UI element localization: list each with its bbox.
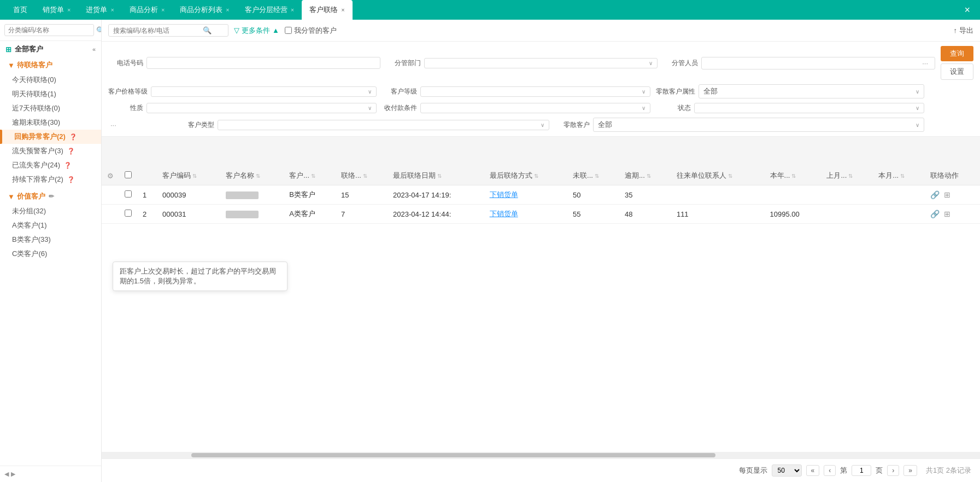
value-customer-group[interactable]: ▼ 价值客户 ✏ (0, 189, 101, 204)
code-sort-icon[interactable]: ⇅ (192, 173, 197, 179)
price-grade-select[interactable]: ∨ (151, 86, 377, 97)
top-navigation: 首页 销货单 × 进货单 × 商品分析 × 商品分析列表 × 客户分层经营 × … (0, 0, 980, 20)
th-settings[interactable]: ⚙ (102, 166, 119, 185)
nav-home[interactable]: 首页 (5, 0, 35, 20)
edit-value-customer-icon[interactable]: ✏ (49, 193, 54, 200)
customer-grade-select[interactable]: ∨ (420, 86, 650, 97)
sidebar-scroll-right-icon[interactable]: ▶ (11, 471, 15, 478)
churn-warning-help-icon[interactable]: ❓ (67, 148, 75, 154)
row1-method-link[interactable]: 下销货单 (490, 190, 518, 199)
all-customers-header[interactable]: ⊞ 全部客户 « (0, 41, 101, 57)
next-page-button[interactable]: › (887, 465, 899, 476)
row2-type: A类客户 (284, 205, 336, 224)
this-month-sort-icon[interactable]: ⇅ (900, 173, 905, 179)
date-sort-icon[interactable]: ⇅ (437, 173, 442, 179)
search-input[interactable] (113, 27, 201, 34)
sidebar-item-repurchase-abnormal[interactable]: 回购异常客户(2) ❓ (0, 130, 101, 144)
nav-customer-segmentation[interactable]: 客户分层经营 × (237, 0, 302, 20)
query-button[interactable]: 查询 (941, 46, 973, 61)
type-sort-icon[interactable]: ⇅ (311, 173, 315, 179)
sidebar-search-input[interactable] (4, 24, 94, 36)
row2-select-checkbox[interactable] (125, 210, 132, 217)
row2-code: 000031 (157, 205, 220, 224)
prev-page-button[interactable]: ‹ (824, 465, 836, 476)
this-year-sort-icon[interactable]: ⇅ (791, 173, 796, 179)
nature-select[interactable]: ∨ (146, 103, 377, 113)
collapse-icon[interactable]: « (92, 46, 96, 53)
overdue-sort-icon[interactable]: ⇅ (647, 173, 651, 179)
sidebar-item-today-pending[interactable]: 今天待联络(0) (0, 73, 101, 87)
sidebar-item-c-class[interactable]: C类客户(6) (0, 247, 101, 261)
first-page-button[interactable]: « (806, 465, 820, 476)
declining-help-icon[interactable]: ❓ (67, 176, 75, 183)
nav-customer-contact[interactable]: 客户联络 × (302, 0, 352, 20)
close-sales-order-icon[interactable]: × (67, 7, 71, 13)
nav-sales-order[interactable]: 销货单 × (35, 0, 78, 20)
row2-contact: 7 (336, 205, 388, 224)
sidebar-item-unclassified[interactable]: 未分组(32) (0, 204, 101, 218)
sidebar-item-churn-warning[interactable]: 流失预警客户(3) ❓ (0, 144, 101, 158)
data-table-container[interactable]: ⚙ 客户编码 ⇅ (102, 166, 980, 452)
more-filter-button[interactable]: ▽ 更多条件 ▲ (234, 26, 279, 36)
more-dots-icon[interactable]: ··· (108, 121, 119, 129)
close-product-analysis-icon[interactable]: × (161, 7, 165, 13)
status-select[interactable]: ∨ (694, 103, 924, 113)
row1-link-action-icon[interactable]: 🔗 (930, 190, 940, 199)
row2-checkbox (119, 205, 137, 224)
sidebar-item-declining[interactable]: 持续下滑客户(2) ❓ (0, 172, 101, 187)
contact-sort-icon[interactable]: ⇅ (363, 173, 367, 179)
retail-attr-select[interactable]: 全部 ∨ (699, 84, 924, 98)
row2-grid-action-icon[interactable]: ⊞ (944, 210, 950, 218)
per-page-select[interactable]: 50 100 200 (772, 464, 802, 477)
horizontal-scrollbar[interactable] (102, 452, 980, 458)
phone-input[interactable] (146, 57, 380, 69)
row2-this-month (873, 205, 925, 224)
unit-contact-sort-icon[interactable]: ⇅ (728, 173, 732, 179)
sidebar-item-7day-pending[interactable]: 近7天待联络(0) (0, 101, 101, 115)
sidebar-item-churned[interactable]: 已流失客户(24) ❓ (0, 158, 101, 172)
my-customer-checkbox-area[interactable]: 我分管的客户 (285, 26, 337, 36)
row2-link-action-icon[interactable]: 🔗 (930, 210, 940, 218)
pending-contact-group[interactable]: ▼ 待联络客户 (0, 57, 101, 73)
method-sort-icon[interactable]: ⇅ (534, 173, 538, 179)
scroll-thumb[interactable] (191, 453, 715, 457)
dept-select[interactable]: ∨ (424, 58, 658, 68)
name-sort-icon[interactable]: ⇅ (256, 173, 260, 179)
row2-method-link[interactable]: 下销货单 (490, 210, 518, 218)
nav-product-analysis-list[interactable]: 商品分析列表 × (172, 0, 237, 20)
row1-grid-action-icon[interactable]: ⊞ (944, 190, 950, 199)
person-select-dots[interactable]: ··· (920, 59, 930, 67)
window-close-button[interactable]: × (960, 4, 975, 16)
settings-button[interactable]: 设置 (941, 63, 973, 80)
row1-type: B类客户 (284, 185, 336, 205)
row1-last-contact-method: 下销货单 (484, 185, 567, 205)
sidebar-item-tomorrow-pending[interactable]: 明天待联络(1) (0, 87, 101, 101)
sidebar-scroll-left-icon[interactable]: ◀ (4, 471, 9, 478)
page-number-input[interactable] (852, 465, 871, 476)
customer-type-select[interactable]: ∨ (218, 120, 549, 130)
uncontacted-sort-icon[interactable]: ⇅ (595, 173, 599, 179)
toolbar-search-icon[interactable]: 🔍 (203, 26, 212, 34)
select-all-checkbox[interactable] (125, 171, 132, 178)
filter-customer-type: 客户类型 ∨ (179, 120, 549, 130)
sidebar-item-b-class[interactable]: B类客户(33) (0, 233, 101, 247)
close-customer-segmentation-icon[interactable]: × (291, 7, 294, 13)
nav-product-analysis[interactable]: 商品分析 × (122, 0, 172, 20)
sidebar-item-overdue-pending[interactable]: 逾期未联络(30) (0, 115, 101, 130)
close-purchase-order-icon[interactable]: × (110, 7, 114, 13)
churned-help-icon[interactable]: ❓ (64, 162, 72, 169)
person-select[interactable]: ··· (701, 57, 935, 69)
close-product-analysis-list-icon[interactable]: × (226, 7, 229, 13)
close-customer-contact-icon[interactable]: × (341, 7, 344, 13)
nav-purchase-order[interactable]: 进货单 × (78, 0, 121, 20)
last-month-sort-icon[interactable]: ⇅ (848, 173, 853, 179)
sidebar-item-a-class[interactable]: A类客户(1) (0, 218, 101, 233)
last-page-button[interactable]: » (903, 465, 917, 476)
payment-select[interactable]: ∨ (420, 103, 650, 113)
export-button[interactable]: ↑ 导出 (954, 26, 974, 36)
help-icon[interactable]: ❓ (69, 133, 77, 140)
my-customer-checkbox[interactable] (285, 27, 292, 34)
sidebar-search-icon[interactable]: 🔍 (96, 26, 102, 34)
row1-select-checkbox[interactable] (125, 190, 132, 198)
retail-customer-select[interactable]: 全部 ∨ (593, 118, 925, 132)
